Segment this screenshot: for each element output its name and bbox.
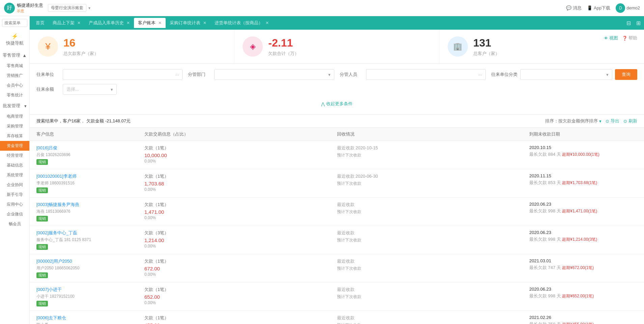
customer-tag-5: 现销	[36, 301, 48, 306]
sort-select[interactable]: 排序：按欠款金额倒序排序 ▾	[545, 118, 601, 124]
overdue-link-0[interactable]: 超期¥10,000.00(1笔)	[562, 152, 599, 157]
message-icon: 💬	[566, 5, 571, 10]
customer-name-link-5[interactable]: [0007]小进干	[36, 287, 62, 292]
sidebar-item-quick-nav[interactable]: ⚡ 快捷导航	[0, 30, 29, 50]
filter-person-dots[interactable]: ···	[478, 72, 482, 77]
last-payment-0: 最近收款 2020-10-15	[337, 145, 530, 151]
sidebar-item-vip[interactable]: 畅会员	[0, 219, 29, 229]
filter-row-2: 往来余额 选择... ▾	[36, 84, 637, 95]
recovery-info-0: 最近收款 2020-10-15 预计下次收款	[337, 145, 530, 158]
customer-name-link-6[interactable]: [0006]去下粮仓	[36, 315, 66, 320]
app-download-btn[interactable]: 📱 App下载	[587, 5, 610, 11]
sidebar-item-sys-mgmt[interactable]: 系统管理	[0, 170, 29, 180]
sidebar-item-ops[interactable]: 经营管理	[0, 151, 29, 160]
chevron-up-icon: ⋀	[321, 101, 325, 107]
filter-partner-class-input[interactable]: ▾	[520, 69, 612, 80]
filter-partner-class-label: 往来单位分类	[491, 71, 517, 78]
sidebar-item-inventory[interactable]: 库存核算	[0, 131, 29, 141]
view-btn[interactable]: 👁 视图	[604, 35, 618, 41]
tab-purchase-order[interactable]: 采购订单统计表 ✕	[166, 18, 211, 28]
overdue-info-0: 最长欠款 884 天 超期¥10,000.00(1笔)	[529, 151, 637, 157]
chevron-down-icon: ▲	[22, 53, 27, 58]
next-payment-0: 预计下次收款	[337, 152, 530, 158]
tab-home[interactable]: 首页	[32, 18, 49, 28]
customer-name-link-3[interactable]: [0002]服务中心_丁磊	[36, 230, 77, 235]
tab-minimize-btn[interactable]: ⊟	[625, 19, 632, 27]
collapse-btn[interactable]: ⋀ 收起更多条件	[36, 99, 637, 109]
stat-card-total-debt: ◈ -2.11 欠款合计（万）	[234, 30, 439, 63]
system-dropdown-icon[interactable]: ▾	[88, 6, 90, 10]
tab-product-off[interactable]: 商品上下架 ✕	[49, 18, 85, 28]
overdue-info-4: 最长欠款 747 天 超期¥672.00(1笔)	[529, 265, 637, 271]
tab-close-product-history[interactable]: ✕	[127, 21, 130, 25]
tab-close-purchase-stats[interactable]: ✕	[265, 21, 269, 25]
table-wrapper: 客户信息 欠款交易信息（占比） 回收情况 到期未收款日期 [0016]吕俊 吕俊…	[30, 128, 644, 324]
filter-balance-select[interactable]: 选择... ▾	[63, 84, 117, 95]
overdue-link-1[interactable]: 超期¥1,703.68(1笔)	[562, 180, 597, 185]
last-payment-6: 最近收款	[337, 315, 530, 321]
tab-close-product-off[interactable]: ✕	[77, 21, 81, 25]
tab-close-customer-account[interactable]: ✕	[158, 21, 162, 25]
system-name[interactable]: 母婴行业演示账套	[48, 4, 86, 12]
debt-info-1: 欠款（1笔） 1,703.68 0.00%	[144, 173, 337, 192]
customer-tag-0: 现销	[36, 159, 48, 165]
sidebar-item-guide[interactable]: 新手引导	[0, 190, 29, 200]
overdue-info-2: 最长欠款 998 天 超期¥1,471.00(1笔)	[529, 208, 637, 214]
help-btn[interactable]: ❓ 帮助	[622, 35, 637, 41]
customer-name-link-2[interactable]: [0003]畅捷服务尹海燕	[36, 202, 79, 207]
filter-dept-input[interactable]: ▾	[214, 69, 334, 80]
filter-partner-input[interactable]: ···	[63, 69, 183, 80]
results-info: 搜索结果中，客户16家， 欠款金额 -21,148.07元	[36, 118, 131, 124]
tab-product-history[interactable]: 产成品入库单历史 ✕	[85, 18, 134, 28]
stat-card-total-customers: 🏢 131 总客户（家） 👁 视图 ❓ 帮助	[440, 30, 644, 63]
sidebar-item-retail-mgmt[interactable]: 零售管理 ▲	[0, 50, 29, 61]
customer-contact-5: 小进干 18279152100	[36, 294, 144, 299]
col-due-date: 到期未收款日期	[529, 131, 637, 137]
sidebar-item-marketing[interactable]: 营销推广	[0, 71, 29, 81]
filter-person-input[interactable]: ···	[366, 69, 486, 80]
due-info-3: 2020.06.23 最长欠款 998 天 超期¥1,214.00(3笔)	[529, 230, 637, 242]
customer-name-link-0[interactable]: [0016]吕俊	[36, 145, 57, 150]
top-bar: 好 畅捷通好生意 示意 母婴行业演示账套 ▾ 💬 消息 📱 App下载 D de…	[0, 0, 644, 16]
export-icon: ⊙	[606, 119, 609, 124]
user-menu[interactable]: D demo2	[616, 3, 640, 13]
stat-icon-1: ¥	[38, 36, 58, 57]
recovery-info-2: 最近收款 预计下次收款	[337, 202, 530, 215]
sidebar-item-purchase[interactable]: 采购管理	[0, 121, 29, 131]
tab-close-purchase-order[interactable]: ✕	[203, 21, 206, 25]
refresh-btn[interactable]: ⊙ 刷新	[623, 118, 637, 124]
help-icon: ❓	[622, 36, 627, 41]
sidebar-item-batch-mgmt[interactable]: 批发管理 ▾	[0, 100, 29, 112]
content-area: 首页 商品上下架 ✕ 产成品入库单历史 ✕ 客户账本 ✕ 采购订单统计表 ✕	[30, 16, 644, 324]
sidebar-item-retail-mall[interactable]: 零售商城	[0, 61, 29, 71]
customer-contact-2: 海燕 18513066976	[36, 209, 144, 214]
overdue-link-4[interactable]: 超期¥672.00(1笔)	[562, 265, 594, 270]
search-button[interactable]: 查询	[615, 69, 637, 80]
phone-icon: 📱	[587, 5, 592, 10]
tab-customer-account[interactable]: 客户账本 ✕	[134, 18, 166, 28]
overdue-link-3[interactable]: 超期¥1,214.00(3笔)	[562, 237, 597, 242]
overdue-info-1: 最长欠款 853 天 超期¥1,703.68(1笔)	[529, 180, 637, 186]
customer-info-4: [000002]用户2050 用户2050 18665062050 现销	[36, 258, 144, 278]
message-btn[interactable]: 💬 消息	[566, 5, 582, 11]
tab-purchase-stats[interactable]: 进货单统计表（按商品） ✕	[211, 18, 273, 28]
export-btn[interactable]: ⊙ 导出	[606, 118, 619, 124]
sidebar-item-enterprise[interactable]: 企业协同	[0, 180, 29, 190]
sidebar-item-member[interactable]: 会员中心	[0, 81, 29, 90]
filter-partner-dots[interactable]: ···	[175, 72, 179, 77]
tab-bar: 首页 商品上下架 ✕ 产成品入库单历史 ✕ 客户账本 ✕ 采购订单统计表 ✕	[30, 16, 644, 30]
sidebar-item-ecommerce[interactable]: 电商管理	[0, 112, 29, 121]
tab-maximize-btn[interactable]: ⊞	[635, 19, 642, 27]
overdue-link-5[interactable]: 超期¥652.00(1笔)	[562, 294, 594, 298]
sidebar-item-retail-stats[interactable]: 零售统计	[0, 90, 29, 100]
sidebar-item-wechat[interactable]: 企业微信	[0, 209, 29, 219]
stat-icon-3: 🏢	[448, 36, 468, 57]
customer-name-link-4[interactable]: [000002]用户2050	[36, 259, 72, 264]
sidebar-item-app-center[interactable]: 应用中心	[0, 200, 29, 209]
overdue-link-6[interactable]: 超期¥455.90(1笔)	[562, 322, 594, 324]
customer-name-link-1[interactable]: [0001020001]李老师	[36, 174, 77, 179]
overdue-link-2[interactable]: 超期¥1,471.00(1笔)	[562, 209, 597, 213]
sidebar-item-finance[interactable]: 资金管理	[0, 141, 29, 151]
sidebar-item-basic-info[interactable]: 基础信息	[0, 160, 29, 170]
search-input[interactable]	[2, 19, 27, 27]
